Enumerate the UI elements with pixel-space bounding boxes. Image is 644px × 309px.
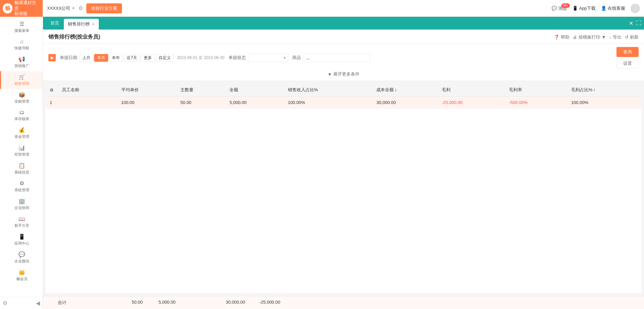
th-settings[interactable]: ⚙: [46, 84, 58, 97]
filter-area: ▶ 单据日期 上月 本月 本年 近7天 更多 自定义 2023-06-01 至 …: [43, 44, 644, 81]
sidebar-item-guide[interactable]: 📖 新手引导: [0, 213, 43, 231]
cell-gross-rate: -500.00%: [505, 97, 567, 109]
date-range: 2023-06-01 至 2023-06-30: [177, 55, 224, 61]
basic-info-label: 基础信息: [14, 170, 29, 175]
app-center-icon: 📱: [18, 234, 25, 240]
message-icon: 💬: [552, 6, 557, 11]
th-cost: 成本全额 ℹ: [372, 84, 437, 97]
expand-label: 展开更多条件: [333, 71, 359, 77]
gross-pct-info-icon[interactable]: ℹ: [594, 88, 595, 92]
sidebar-item-enterprise[interactable]: 🏢 企业协同: [0, 195, 43, 213]
system-label: 系统管理: [14, 188, 29, 193]
footer-cost: 30,000.00: [226, 300, 259, 306]
sidebar-logo: 畅 畅康通好生意 标准版: [0, 0, 43, 17]
th-gross-rate: 毛利率: [505, 84, 567, 97]
trial-button[interactable]: 体验行业方案: [86, 3, 122, 13]
export-button[interactable]: ↓ 导出: [609, 34, 622, 40]
message-button[interactable]: 💬 消息 99+: [552, 5, 567, 11]
table-footer: 合计 50.00 5,000.00 30,000.00 -25,000.00: [43, 296, 644, 309]
sidebar-item-finance[interactable]: 💰 资金管理: [0, 124, 43, 142]
topbar: XXXXX公司 ▼ ⚙ 体验行业方案 💬 消息 99+ 📱 App下载 👤 在线…: [43, 0, 644, 17]
enterprise-label: 企业协同: [14, 205, 29, 210]
app-center-label: 应用中心: [14, 241, 29, 246]
enterprise-icon: 🏢: [18, 198, 25, 204]
purchase-label: 采购管理: [14, 99, 29, 104]
settings-footer-icon[interactable]: ⚙: [3, 300, 7, 306]
topbar-settings-icon[interactable]: ⚙: [78, 5, 83, 11]
sidebar: 畅 畅康通好生意 标准版 ☰ 搜索菜单 ⌂ 快捷导航 📢 营销推广 🛒 销售管理…: [0, 0, 43, 309]
sidebar-nav: ☰ 搜索菜单 ⌂ 快捷导航 📢 营销推广 🛒 销售管理 📦 采购管理 🗂 库存核…: [0, 17, 43, 297]
sidebar-item-purchase[interactable]: 📦 采购管理: [0, 89, 43, 107]
filter-row: ▶ 单据日期 上月 本月 本年 近7天 更多 自定义 2023-06-01 至 …: [48, 47, 639, 68]
company-name: XXXXX公司: [47, 5, 70, 11]
sidebar-item-basic-info[interactable]: 📋 基础信息: [0, 160, 43, 177]
tabbar: 首页 销售排行榜 ✕ ✕ ⛶: [43, 17, 644, 30]
help-button[interactable]: ❓ 帮助: [554, 34, 569, 40]
sidebar-item-quick-nav[interactable]: ⌂ 快捷导航: [0, 36, 43, 53]
logo-text: 畅康通好生意 标准版: [14, 0, 40, 17]
sidebar-item-operations[interactable]: 📊 经营管理: [0, 142, 43, 160]
date-btn-this-year[interactable]: 本年: [109, 54, 123, 62]
status-select[interactable]: [248, 54, 288, 62]
collapse-icon[interactable]: ◀: [36, 300, 40, 306]
maximize-icon[interactable]: ⛶: [636, 20, 641, 27]
print-button[interactable]: 🖨 按模板打印 ▼: [573, 34, 606, 40]
filter-settings-button[interactable]: 设置: [616, 58, 639, 68]
sidebar-item-inventory[interactable]: 🗂 库存核算: [0, 107, 43, 124]
date-btn-this-month[interactable]: 本月: [94, 54, 108, 62]
data-table: ⚙ 员工名称 平均单价 主数量 全额 销售收入占比% 成本全额 ℹ 毛利 毛利率…: [46, 84, 641, 109]
sidebar-item-member[interactable]: 👑 畅会员: [0, 266, 43, 284]
operations-label: 经营管理: [14, 152, 29, 157]
sidebar-item-wechat[interactable]: 💬 企业微信: [0, 249, 43, 266]
finance-label: 资金管理: [14, 134, 29, 139]
search-order-label: 搜索菜单: [14, 28, 29, 33]
date-btn-more[interactable]: 更多: [141, 54, 155, 62]
tab-close-icon[interactable]: ✕: [92, 22, 95, 27]
footer-quantity: 50.00: [132, 300, 159, 306]
filter-actions: 查询 设置: [616, 47, 639, 68]
operations-icon: 📊: [18, 145, 25, 151]
status-select-wrapper: ▼: [248, 54, 288, 62]
online-service-button[interactable]: 👤 在线客服: [601, 5, 625, 11]
quick-nav-icon: ⌂: [20, 39, 24, 45]
query-button[interactable]: 查询: [616, 47, 639, 57]
company-selector[interactable]: XXXXX公司 ▼: [47, 5, 75, 11]
tabbar-right: ✕ ⛶: [629, 20, 641, 27]
avatar[interactable]: [631, 4, 640, 13]
app-label: App下载: [579, 5, 596, 11]
service-label: 在线客服: [608, 5, 625, 11]
quick-nav-label: 快捷导航: [14, 46, 29, 51]
topbar-right: 💬 消息 99+ 📱 App下载 👤 在线客服: [552, 4, 640, 13]
tab-sales-ranking[interactable]: 销售排行榜 ✕: [64, 19, 99, 30]
tab-home[interactable]: 首页: [46, 17, 64, 30]
footer-total-label: 合计: [58, 300, 98, 306]
cell-amount: 5,000.00: [225, 97, 284, 109]
date-btn-custom[interactable]: 自定义: [156, 54, 174, 62]
expand-more-button[interactable]: ▼ 展开更多条件: [328, 71, 359, 77]
basic-info-icon: 📋: [18, 162, 25, 169]
close-window-icon[interactable]: ✕: [629, 20, 633, 27]
finance-icon: 💰: [18, 127, 25, 133]
sidebar-item-sales[interactable]: 🛒 销售管理: [0, 71, 43, 89]
sales-label: 销售管理: [14, 81, 29, 86]
search-order-icon: ☰: [19, 21, 24, 27]
sidebar-item-marketing[interactable]: 📢 营销推广: [0, 53, 43, 71]
wechat-label: 企业微信: [14, 259, 29, 264]
status-label: 单据状态: [228, 55, 246, 61]
system-icon: ⚙: [19, 180, 24, 187]
sidebar-item-app-center[interactable]: 📱 应用中心: [0, 231, 43, 249]
cell-quantity: 50.00: [176, 97, 225, 109]
tab-label: 销售排行榜: [68, 21, 90, 27]
goods-input[interactable]: [303, 54, 370, 62]
refresh-button[interactable]: ↺ 刷新: [625, 34, 639, 40]
filter-toggle-icon[interactable]: ▶: [48, 54, 56, 61]
footer-amount: 5,000.00: [159, 300, 192, 306]
cost-info-icon[interactable]: ℹ: [395, 88, 396, 92]
date-btn-last-month[interactable]: 上月: [79, 54, 93, 62]
logo-icon: 畅: [3, 3, 12, 13]
sidebar-footer: ⚙ ◀: [0, 297, 43, 309]
date-btn-7days[interactable]: 近7天: [124, 54, 140, 62]
sidebar-item-search-order[interactable]: ☰ 搜索菜单: [0, 18, 43, 36]
app-download-button[interactable]: 📱 App下载: [572, 5, 596, 11]
sidebar-item-system[interactable]: ⚙ 系统管理: [0, 177, 43, 195]
